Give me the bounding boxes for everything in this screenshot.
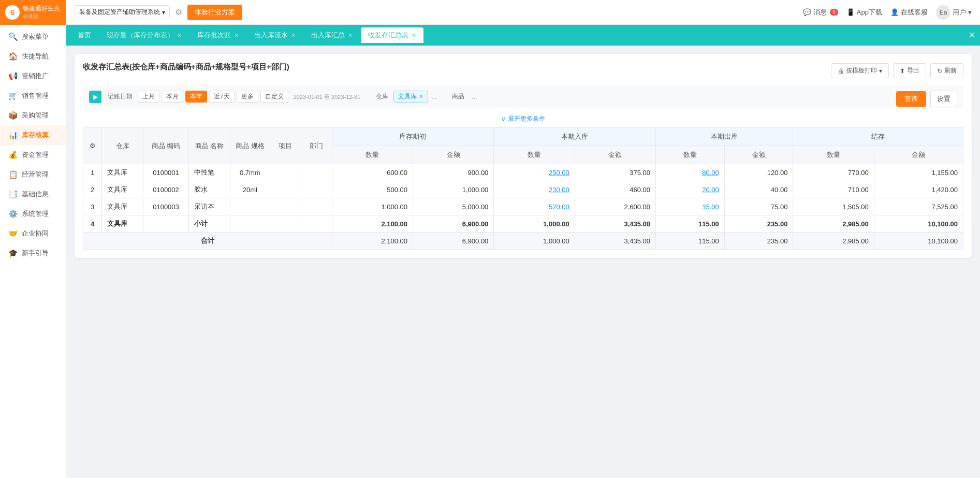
service-icon: 👤 xyxy=(890,8,899,16)
cell-bal-qty: 770.00 xyxy=(793,164,874,181)
date-btn-本年[interactable]: 本年 xyxy=(185,91,207,103)
cell-open-qty: 2,100.00 xyxy=(332,215,413,233)
cell-in-qty[interactable]: 230.00 xyxy=(494,181,575,198)
cell-bal-qty: 1,505.00 xyxy=(793,198,874,215)
sidebar-label-marketing: 营销推广 xyxy=(22,71,49,81)
sidebar-icon-finance: 💰 xyxy=(8,150,18,160)
tab-label-4: 出入库汇总 xyxy=(311,31,345,40)
tab-0[interactable]: 首页 xyxy=(70,27,98,43)
app-download-btn[interactable]: 📱 App下载 xyxy=(846,8,882,17)
sidebar-label-system: 系统管理 xyxy=(22,209,49,219)
cell-index: 3 xyxy=(83,198,102,215)
table-row: 2 文具库 0100002 胶水 20ml 500.00 1,000.00 23… xyxy=(83,181,963,198)
sidebar-label-search: 搜索菜单 xyxy=(22,32,49,41)
tab-1[interactable]: 现存量（库存分布表）✕ xyxy=(99,27,189,43)
cell-in-qty[interactable]: 520.00 xyxy=(494,198,575,215)
messages-btn[interactable]: 💬 消息 6 xyxy=(803,8,838,17)
tab-5[interactable]: 收发存汇总表✕ xyxy=(361,27,423,43)
sys-name: 装备及固定资产辅助管理系统 xyxy=(79,8,160,17)
tab-3[interactable]: 出入库流水✕ xyxy=(247,27,303,43)
product-more[interactable]: ... xyxy=(472,93,477,100)
sidebar-label-operation: 经营管理 xyxy=(22,170,49,179)
th-open-amt: 金额 xyxy=(413,146,493,164)
cell-code: 0100001 xyxy=(143,164,189,181)
sidebar-item-guide[interactable]: 🎓新手引导 xyxy=(0,243,66,263)
total-open-qty: 2,100.00 xyxy=(332,233,413,250)
table-container: ⚙ 仓库 商品 编码 商品 名称 商品 规格 项目 部门 库存期初 本期入库 本… xyxy=(83,127,963,250)
online-service-btn[interactable]: 👤 在线客服 xyxy=(890,8,928,17)
sidebar-label-basic: 基础信息 xyxy=(22,190,49,199)
date-range: 2023-01-01 至 2023-12-31 xyxy=(294,93,361,101)
refresh-btn[interactable]: ↻ 刷新 xyxy=(930,63,963,78)
sidebar-item-collab[interactable]: 🤝企业协同 xyxy=(0,224,66,243)
cell-warehouse: 文具库 xyxy=(102,181,143,198)
sidebar-item-system[interactable]: ⚙️系统管理 xyxy=(0,204,66,224)
sidebar-item-finance[interactable]: 💰资金管理 xyxy=(0,145,66,165)
th-out-qty: 数量 xyxy=(656,146,725,164)
sidebar-icon-operation: 📋 xyxy=(8,170,18,179)
export-btn[interactable]: ⬆ 导出 xyxy=(893,63,926,78)
tab-close-5[interactable]: ✕ xyxy=(412,32,416,39)
cell-index: 2 xyxy=(83,181,102,198)
cell-in-qty[interactable]: 250.00 xyxy=(494,164,575,181)
sidebar-item-marketing[interactable]: 📢营销推广 xyxy=(0,66,66,86)
cell-name: 中性笔 xyxy=(189,164,230,181)
topbar: 装备及固定资产辅助管理系统 ▾ ⚙ 体验行业方案 💬 消息 6 📱 App下载 … xyxy=(66,0,980,25)
date-btn-自定义[interactable]: 自定义 xyxy=(260,91,288,103)
tab-4[interactable]: 出入库汇总✕ xyxy=(304,27,360,43)
expand-btn[interactable]: ∨ 展开更多条件 xyxy=(501,114,545,123)
cell-name: 胶水 xyxy=(189,181,230,198)
tab-close-2[interactable]: ✕ xyxy=(234,32,239,39)
cell-out-qty[interactable]: 20.00 xyxy=(656,181,725,198)
warehouse-tag-close[interactable]: ✕ xyxy=(419,93,423,100)
total-out-amt: 235.00 xyxy=(724,233,793,250)
warehouse-more[interactable]: ... xyxy=(431,93,436,100)
query-btn[interactable]: 查询 xyxy=(896,91,926,107)
sidebar-label-sales: 销售管理 xyxy=(22,91,49,100)
main-content: 收发存汇总表(按仓库+商品编码+商品+规格型号+项目+部门) 🖨 按模板打印 ▾… xyxy=(66,46,980,478)
date-btn-更多[interactable]: 更多 xyxy=(237,91,258,103)
date-btn-上月[interactable]: 上月 xyxy=(138,91,159,103)
th-settings[interactable]: ⚙ xyxy=(83,128,102,164)
tab-close-3[interactable]: ✕ xyxy=(291,32,296,39)
th-group-in: 本期入库 xyxy=(494,128,656,146)
date-btn-近7天[interactable]: 近7天 xyxy=(209,91,235,103)
total-open-amt: 6,900.00 xyxy=(413,233,493,250)
table-row: 3 文具库 0100003 采访本 1,000.00 5,000.00 520.… xyxy=(83,198,963,215)
cell-index: 1 xyxy=(83,164,102,181)
tab-close-4[interactable]: ✕ xyxy=(348,32,353,39)
sidebar-item-sales[interactable]: 🛒销售管理 xyxy=(0,86,66,106)
date-btn-本月[interactable]: 本月 xyxy=(162,91,183,103)
sidebar-item-inventory[interactable]: 📊库存核算 xyxy=(0,125,66,145)
print-btn[interactable]: 🖨 按模板打印 ▾ xyxy=(831,63,889,78)
cell-open-amt: 1,000.00 xyxy=(413,181,493,198)
sidebar-item-quick-nav[interactable]: 🏠快捷导航 xyxy=(0,47,66,66)
setting-btn[interactable]: 设置 xyxy=(930,91,957,107)
cell-out-qty[interactable]: 80.00 xyxy=(656,164,725,181)
warehouse-tag: 文具库 ✕ xyxy=(393,91,428,103)
try-btn[interactable]: 体验行业方案 xyxy=(187,5,242,20)
user-menu[interactable]: Ea 用户 ▾ xyxy=(936,5,972,20)
sidebar-item-basic[interactable]: 📑基础信息 xyxy=(0,184,66,204)
th-warehouse: 仓库 xyxy=(102,128,143,164)
filter-area: ▶ 记账日期 上月本月本年近7天更多自定义 2023-01-01 至 2023-… xyxy=(83,85,963,108)
sidebar-item-operation[interactable]: 📋经营管理 xyxy=(0,165,66,184)
cell-warehouse: 文具库 xyxy=(102,198,143,215)
tabbar-close-all[interactable]: ✕ xyxy=(968,30,976,41)
tab-2[interactable]: 库存批次账✕ xyxy=(190,27,246,43)
settings-icon[interactable]: ⚙ xyxy=(175,7,182,17)
total-in-amt: 3,435.00 xyxy=(575,233,655,250)
cell-open-qty: 600.00 xyxy=(332,164,413,181)
sidebar-item-purchase[interactable]: 📦采购管理 xyxy=(0,106,66,125)
filter-collapse-btn[interactable]: ▶ xyxy=(89,91,101,103)
total-label: 合计 xyxy=(83,233,332,250)
th-spec: 商品 规格 xyxy=(230,128,270,164)
cell-out-qty[interactable]: 15.00 xyxy=(656,198,725,215)
date-buttons: 上月本月本年近7天更多自定义 xyxy=(138,91,288,103)
tab-label-0: 首页 xyxy=(78,31,91,40)
tab-close-1[interactable]: ✕ xyxy=(177,32,182,39)
sidebar-item-search[interactable]: 🔍搜索菜单 xyxy=(0,27,66,47)
cell-code: 0100003 xyxy=(143,198,189,215)
th-out-amt: 金额 xyxy=(724,146,793,164)
sys-selector[interactable]: 装备及固定资产辅助管理系统 ▾ xyxy=(75,5,170,19)
